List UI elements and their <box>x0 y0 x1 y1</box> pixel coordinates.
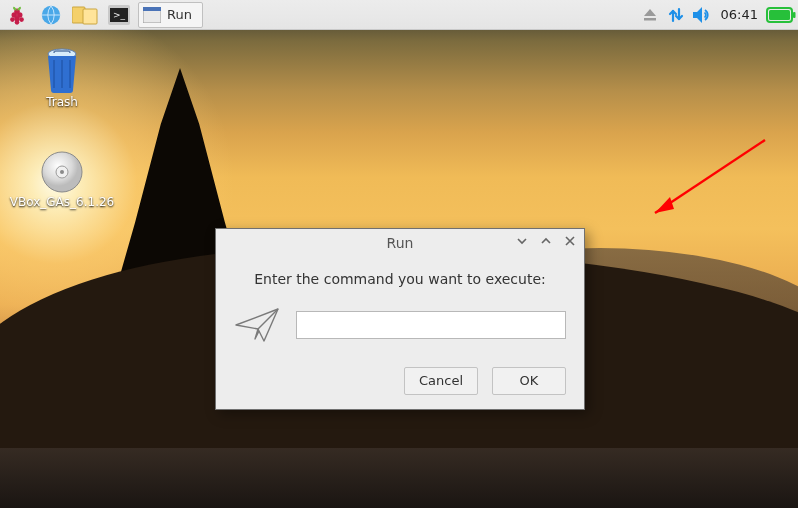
chevron-down-icon <box>516 235 528 247</box>
taskbar-window-title: Run <box>167 7 192 22</box>
clock[interactable]: 06:41 <box>715 7 764 22</box>
run-dialog-title: Run <box>387 235 414 251</box>
desktop-icon-disc[interactable]: VBox_GAs_6.1.26 <box>22 150 102 210</box>
volume-button[interactable] <box>689 0 715 30</box>
taskbar: >_ Run 06:41 <box>0 0 798 30</box>
svg-rect-14 <box>143 7 161 11</box>
run-dialog-body: Enter the command you want to execute: C… <box>216 257 584 409</box>
minimize-button[interactable] <box>514 233 530 249</box>
svg-point-4 <box>10 17 15 22</box>
trash-icon <box>40 46 84 94</box>
raspberry-icon <box>6 4 28 26</box>
cancel-button[interactable]: Cancel <box>404 367 478 395</box>
desktop-icon-label: Trash <box>46 96 78 110</box>
ok-button[interactable]: OK <box>492 367 566 395</box>
paper-plane-icon <box>234 305 280 345</box>
chevron-up-icon <box>540 235 552 247</box>
run-dialog-prompt: Enter the command you want to execute: <box>234 271 566 287</box>
volume-icon <box>692 6 712 24</box>
close-button[interactable] <box>562 233 578 249</box>
run-dialog-titlebar[interactable]: Run <box>216 229 584 257</box>
taskbar-window-run[interactable]: Run <box>138 2 203 28</box>
file-manager-launcher[interactable] <box>68 0 102 30</box>
menu-button[interactable] <box>0 0 34 30</box>
svg-point-5 <box>19 17 24 22</box>
network-button[interactable] <box>663 0 689 30</box>
eject-icon <box>642 7 658 23</box>
svg-marker-24 <box>655 197 674 213</box>
disc-icon <box>40 150 84 194</box>
svg-text:>_: >_ <box>113 10 126 20</box>
svg-rect-18 <box>793 12 796 18</box>
svg-rect-17 <box>769 10 790 20</box>
file-manager-icon <box>72 5 98 25</box>
desktop-icon-label: VBox_GAs_6.1.26 <box>10 196 114 210</box>
eject-button[interactable] <box>637 0 663 30</box>
run-dialog: Run Enter the command you want to execut… <box>215 228 585 410</box>
battery-icon <box>766 7 796 23</box>
maximize-button[interactable] <box>538 233 554 249</box>
annotation-arrow <box>640 135 770 225</box>
battery-button[interactable] <box>764 0 798 30</box>
desktop: >_ Run 06:41 <box>0 0 798 508</box>
close-icon <box>564 235 576 247</box>
svg-point-6 <box>14 20 19 25</box>
run-command-input[interactable] <box>296 311 566 339</box>
web-browser-icon <box>40 4 62 26</box>
svg-rect-9 <box>83 9 97 24</box>
web-browser-launcher[interactable] <box>34 0 68 30</box>
terminal-launcher[interactable]: >_ <box>102 0 136 30</box>
svg-rect-15 <box>644 18 656 21</box>
terminal-icon: >_ <box>108 5 130 25</box>
run-window-icon <box>143 7 161 23</box>
desktop-icon-trash[interactable]: Trash <box>22 46 102 110</box>
network-icon <box>667 6 685 24</box>
svg-point-22 <box>60 170 64 174</box>
